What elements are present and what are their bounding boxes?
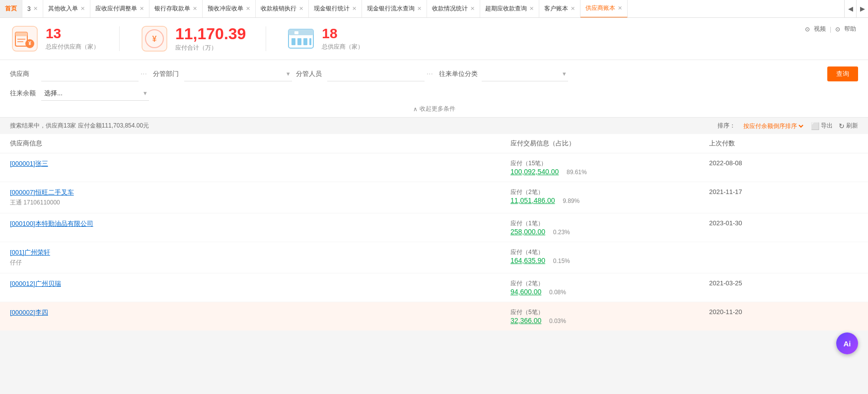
nav-tab-customer-ledger-label: 客户账本 [544,4,568,13]
nav-tab-overdue[interactable]: 超期应收款查询 ✕ [480,0,539,18]
supplier-link-3[interactable]: [000100]本特勤油品有限公司 [10,220,93,227]
nav-tab-overdue-close[interactable]: ✕ [529,5,534,12]
filter-balance-label: 往来余额 [10,89,37,98]
filter-supplier: 供应商 ··· [10,66,149,81]
nav-tab-collection-stat-label: 收款情况统计 [432,4,468,13]
nav-tab-cash-bank-stat[interactable]: 现金银行统计 ✕ [309,0,362,18]
stat-suppliers-content: 18 总供应商（家） [322,26,363,51]
search-button[interactable]: 查询 [827,66,858,81]
tx-amount-3[interactable]: 258,000.00 [510,228,545,236]
supplier-link-5[interactable]: [000012]广州贝瑞 [10,280,61,287]
export-button[interactable]: ⬜ 导出 [811,122,833,130]
svg-text:¥: ¥ [152,35,157,43]
stat-suppliers-label: 总供应商（家） [322,43,363,51]
nav-tab-supplier-ledger[interactable]: 供应商账本 ✕ [580,0,628,18]
nav-tab-supplier-ledger-close[interactable]: ✕ [618,5,622,11]
nav-tab-cash-flow-close[interactable]: ✕ [417,5,422,12]
filter-supplier-label: 供应商 [10,69,37,78]
collapse-bar: ∧ 收起更多条件 [10,105,858,113]
refresh-button[interactable]: ↻ 刷新 [839,122,858,130]
tx-percent-4: 0.15% [553,258,570,264]
tx-amount-4[interactable]: 164,635.90 [510,257,545,264]
nav-tab-collection-stat[interactable]: 收款情况统计 ✕ [427,0,480,18]
video-link[interactable]: 视频 [814,25,826,33]
balance-select[interactable]: 选择... [41,85,149,100]
transaction-info-4: 应付（4笔） 164,635.90 0.15% [510,248,709,264]
nav-tab-3-label: 3 [27,5,31,12]
help-link[interactable]: 帮助 [844,25,856,33]
supplier-link-4[interactable]: [001]广州荣轩 [10,249,50,256]
svg-rect-15 [309,38,311,45]
tx-amount-5[interactable]: 94,600.00 [510,288,541,296]
stat-payable-suppliers: ¥ 13 总应付供应商（家） [10,24,99,54]
svg-rect-0 [12,26,37,51]
nav-tab-bank-deposit-close[interactable]: ✕ [193,5,197,12]
transaction-info-6: 应付（5笔） 32,366.00 0.03% [510,308,709,325]
nav-tab-home[interactable]: 首页 [0,0,22,18]
tx-amount-1[interactable]: 100,092,540.00 [510,168,559,176]
sort-label: 排序： [718,122,735,130]
nav-tab-collection-close[interactable]: ✕ [299,5,303,12]
tx-label-5: 应付（2笔） [510,279,709,288]
person-input[interactable] [327,66,425,81]
svg-rect-12 [291,38,295,45]
tx-percent-5: 0.08% [549,289,566,296]
dept-select-wrap: ▾ [184,66,292,81]
stats-bar: ¥ 13 总应付供应商（家） ¥ 11,170.39 应付合计（万） [0,18,868,60]
nav-tab-bank-deposit[interactable]: 银行存取款单 ✕ [149,0,203,18]
nav-arrow-left[interactable]: ◀ [844,0,856,18]
nav-tab-cash-bank-stat-label: 现金银行统计 [314,4,350,13]
person-dots[interactable]: ··· [425,69,435,78]
nav-tab-other-income-close[interactable]: ✕ [80,5,85,12]
nav-tab-other-income[interactable]: 其他收入单 ✕ [43,0,90,18]
table-row: [000002]李四 应付（5笔） 32,366.00 0.03% 2020-1… [0,302,868,331]
collapse-button[interactable]: ∧ 收起更多条件 [413,105,455,113]
transaction-info-1: 应付（15笔） 100,092,540.00 89.61% [510,159,709,176]
nav-tab-collection-stat-close[interactable]: ✕ [470,5,475,12]
stat-payable-content: 13 总应付供应商（家） [46,26,99,51]
svg-rect-16 [294,31,298,34]
stat-suppliers-value: 18 [322,26,363,42]
nav-tab-bank-deposit-label: 银行存取款单 [154,4,190,13]
tx-amount-6[interactable]: 32,366.00 [510,317,541,325]
category-select[interactable] [482,66,568,81]
supplier-link-2[interactable]: [000007]恒旺二手叉车 [10,189,74,196]
supplier-link-1[interactable]: [000001]张三 [10,160,48,167]
nav-tab-prepay[interactable]: 预收冲应收单 ✕ [203,0,256,18]
filter-area: 供应商 ··· 分管部门 ▾ 分管人员 ··· 往来单位分类 [0,60,868,118]
dept-select[interactable] [184,66,292,81]
stat-total-label: 应付合计（万） [175,44,246,52]
tx-label-1: 应付（15笔） [510,159,709,168]
nav-tab-customer-ledger-close[interactable]: ✕ [571,5,575,12]
nav-tab-3-close[interactable]: ✕ [33,5,38,12]
stat-divider-1 [119,26,120,51]
filter-row-1: 供应商 ··· 分管部门 ▾ 分管人员 ··· 往来单位分类 [10,66,858,81]
tx-label-6: 应付（5笔） [510,308,709,317]
tx-label-2: 应付（2笔） [510,188,709,197]
nav-tab-collection[interactable]: 收款核销执行 ✕ [256,0,309,18]
supplier-info-4: [001]广州荣轩 仔仔 [10,248,510,267]
filter-balance: 往来余额 选择... ▾ [10,85,149,101]
supplier-link-6[interactable]: [000002]李四 [10,309,48,316]
last-pay-5: 2021-03-25 [709,279,858,287]
col-header-transaction: 应付交易信息（占比） [510,139,709,148]
supplier-dots[interactable]: ··· [139,69,149,78]
svg-rect-2 [15,32,27,36]
col-header-last-pay: 上次付数 [709,139,858,148]
nav-tab-prepay-close[interactable]: ✕ [246,5,250,12]
nav-tab-customer-ledger[interactable]: 客户账本 ✕ [539,0,580,18]
sort-select[interactable]: 按应付余额倒序排序 [741,122,805,130]
nav-tab-3[interactable]: 3 ✕ [22,0,43,18]
stat-divider-2 [266,26,266,51]
nav-tab-other-income-label: 其他收入单 [48,4,78,13]
nav-tab-cash-bank-stat-close[interactable]: ✕ [352,5,357,12]
nav-arrow-right[interactable]: ▶ [856,0,868,18]
supplier-input[interactable] [41,66,139,81]
supplier-id-3: [000100]本特勤油品有限公司 [10,220,93,227]
help-icon: ⊙ [835,26,840,33]
nav-tab-cash-flow[interactable]: 现金银行流水查询 ✕ [362,0,427,18]
nav-tab-adjustment-close[interactable]: ✕ [140,5,144,12]
tx-amount-2[interactable]: 11,051,486.00 [510,197,555,204]
stat-icon-suppliers [286,24,316,54]
nav-tab-adjustment[interactable]: 应收应付调整单 ✕ [90,0,149,18]
